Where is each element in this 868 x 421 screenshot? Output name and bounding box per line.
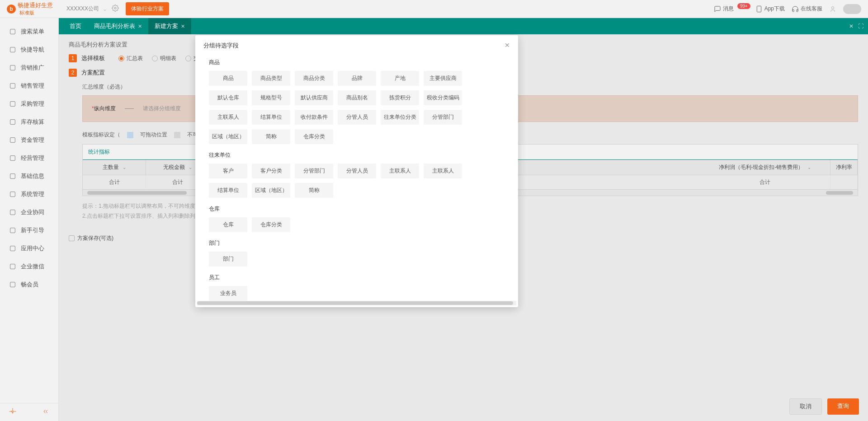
field-chip[interactable]: 规格型号 bbox=[252, 90, 290, 105]
field-chip[interactable]: 税收分类编码 bbox=[424, 90, 462, 105]
field-group-title: 仓库 bbox=[209, 205, 505, 213]
field-chip[interactable]: 区域（地区） bbox=[252, 183, 290, 198]
field-chip[interactable]: 商品类型 bbox=[252, 71, 290, 86]
field-chip[interactable]: 客户 bbox=[209, 164, 247, 178]
field-chip[interactable]: 仓库 bbox=[209, 217, 247, 232]
field-selector-modal: 分组待选字段 ✕ 商品商品商品类型商品分类品牌产地主要供应商默认仓库规格型号默认… bbox=[195, 35, 518, 307]
field-chip[interactable]: 业务员 bbox=[209, 286, 247, 301]
field-chip[interactable]: 分管部门 bbox=[424, 110, 462, 125]
field-chip[interactable]: 分管人员 bbox=[338, 164, 376, 178]
field-chip[interactable]: 默认供应商 bbox=[295, 90, 333, 105]
field-chip[interactable]: 往来单位分类 bbox=[381, 110, 419, 125]
field-group-title: 往来单位 bbox=[209, 151, 505, 159]
field-chip[interactable]: 商品 bbox=[209, 71, 247, 86]
close-icon[interactable]: ✕ bbox=[505, 42, 510, 50]
field-chip[interactable]: 主要供应商 bbox=[424, 71, 462, 86]
field-group-title: 商品 bbox=[209, 59, 505, 66]
field-chip[interactable]: 产地 bbox=[381, 71, 419, 86]
field-chip[interactable]: 主联系人 bbox=[381, 164, 419, 178]
field-chip[interactable]: 仓库分类 bbox=[295, 129, 333, 144]
field-group-title: 部门 bbox=[209, 239, 505, 247]
field-chip[interactable]: 分管部门 bbox=[295, 164, 333, 178]
field-chip[interactable]: 部门 bbox=[209, 252, 247, 267]
field-chip[interactable]: 简称 bbox=[295, 183, 333, 198]
field-chip[interactable]: 简称 bbox=[252, 129, 290, 144]
field-chip[interactable]: 区域（地区） bbox=[209, 129, 247, 144]
field-chip[interactable]: 商品分类 bbox=[295, 71, 333, 86]
field-chip[interactable]: 结算单位 bbox=[252, 110, 290, 125]
field-chip[interactable]: 结算单位 bbox=[209, 183, 247, 198]
field-chip[interactable]: 客户分类 bbox=[252, 164, 290, 178]
field-chip[interactable]: 主联系人 bbox=[424, 164, 462, 178]
field-chip[interactable]: 商品别名 bbox=[338, 90, 376, 105]
field-chip[interactable]: 仓库分类 bbox=[252, 217, 290, 232]
field-chip[interactable]: 品牌 bbox=[338, 71, 376, 86]
field-chip[interactable]: 主联系人 bbox=[209, 110, 247, 125]
modal-horizontal-scrollbar[interactable] bbox=[197, 301, 516, 305]
field-chip[interactable]: 拣货积分 bbox=[381, 90, 419, 105]
field-chip[interactable]: 收付款条件 bbox=[295, 110, 333, 125]
field-chip[interactable]: 分管人员 bbox=[338, 110, 376, 125]
field-group-title: 员工 bbox=[209, 274, 505, 281]
field-chip[interactable]: 默认仓库 bbox=[209, 90, 247, 105]
modal-title: 分组待选字段 bbox=[203, 42, 239, 50]
